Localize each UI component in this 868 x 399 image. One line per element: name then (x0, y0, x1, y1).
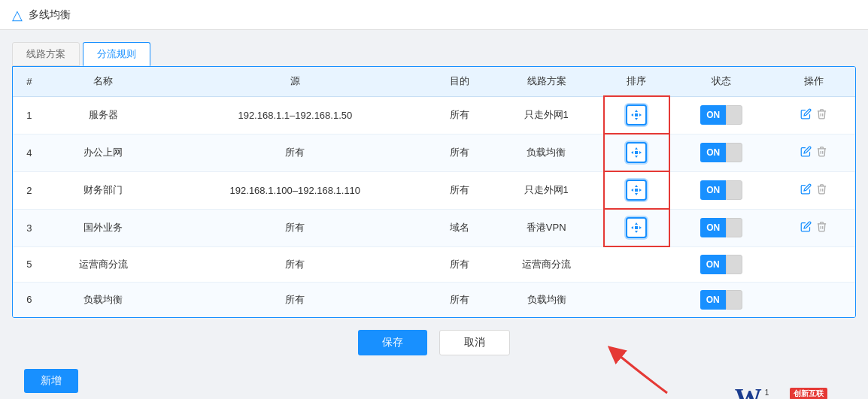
toggle-switch[interactable]: ON (700, 143, 742, 162)
cell-status: ON (669, 246, 773, 282)
edit-button[interactable] (800, 221, 812, 232)
toggle-slider (726, 218, 742, 237)
toggle-slider (726, 105, 742, 125)
cell-name: 办公上网 (46, 134, 161, 171)
cell-rank (604, 282, 669, 317)
col-status: 状态 (669, 67, 773, 96)
cell-dest: 域名 (429, 209, 489, 246)
toggle-slider (726, 143, 742, 162)
cell-source: 所有 (161, 209, 429, 246)
save-button[interactable]: 保存 (358, 330, 427, 355)
cell-ops (773, 246, 855, 282)
cell-name: 负载均衡 (46, 282, 161, 317)
cell-index: 6 (13, 282, 46, 317)
cell-plan: 负载均衡 (489, 282, 604, 317)
drag-icon[interactable] (626, 217, 647, 238)
table-row: 2财务部门192.168.1.100–192.168.1.110所有只走外网1O… (13, 171, 855, 209)
tab-split-rule[interactable]: 分流规则 (83, 42, 150, 66)
bottom-actions: 保存 取消 (12, 318, 856, 363)
cell-index: 3 (13, 209, 46, 246)
tab-line-plan[interactable]: 线路方案 (12, 42, 80, 66)
cell-status: ON (669, 134, 773, 171)
rules-table: # 名称 源 目的 线路方案 排序 状态 操作 1服务器192.168.1.1–… (13, 67, 855, 317)
watermark: W 1 A 创新互联 CHUANG XIN HU LIAN (735, 382, 844, 400)
col-source: 源 (161, 67, 429, 96)
cell-source: 192.168.1.100–192.168.1.110 (161, 171, 429, 209)
toggle-on-label: ON (700, 255, 726, 274)
cell-dest: 所有 (429, 282, 489, 317)
toggle-switch[interactable]: ON (700, 180, 742, 200)
cell-plan: 负载均衡 (489, 134, 604, 171)
cell-status: ON (669, 282, 773, 317)
toggle-switch[interactable]: ON (700, 255, 742, 274)
cell-name: 运营商分流 (46, 246, 161, 282)
cell-source: 所有 (161, 246, 429, 282)
cell-dest: 所有 (429, 96, 489, 134)
toggle-switch[interactable]: ON (700, 290, 742, 310)
drag-icon[interactable] (626, 142, 647, 163)
delete-button[interactable] (816, 221, 827, 232)
cell-rank (604, 209, 669, 246)
toggle-switch[interactable]: ON (700, 105, 742, 125)
drag-icon[interactable] (626, 104, 647, 125)
cell-name: 服务器 (46, 96, 161, 134)
toggle-slider (726, 290, 742, 310)
app-title: 多线均衡 (29, 8, 71, 22)
delete-button[interactable] (816, 183, 827, 195)
watermark-text: 1 A (765, 388, 770, 400)
cell-index: 1 (13, 96, 46, 134)
toggle-on-label: ON (700, 105, 726, 125)
annotation-area: 点击图标拖动顺序 (599, 340, 690, 400)
cell-ops (773, 134, 855, 171)
cell-source: 192.168.1.1–192.168.1.50 (161, 96, 429, 134)
cell-index: 4 (13, 134, 46, 171)
cell-name: 财务部门 (46, 171, 161, 209)
add-button[interactable]: 新增 (24, 369, 78, 393)
table-header-row: # 名称 源 目的 线路方案 排序 状态 操作 (13, 67, 855, 96)
cell-status: ON (669, 96, 773, 134)
cell-rank (604, 134, 669, 171)
col-plan: 线路方案 (489, 67, 604, 96)
watermark-brand: 创新互联 CHUANG XIN HU LIAN (772, 388, 844, 400)
cell-name: 国外业务 (46, 209, 161, 246)
cell-index: 2 (13, 171, 46, 209)
cell-ops (773, 282, 855, 317)
cell-plan: 只走外网1 (489, 96, 604, 134)
arrow-annotation (599, 340, 690, 400)
tabs-bar: 线路方案 分流规则 (12, 42, 856, 66)
footer-area: 新增 点击图标拖动顺序 W 1 A 创新互联 (12, 363, 856, 400)
col-ops: 操作 (773, 67, 855, 96)
cell-ops (773, 171, 855, 209)
cell-status: ON (669, 209, 773, 246)
col-index: # (13, 67, 46, 96)
table-row: 1服务器192.168.1.1–192.168.1.50所有只走外网1ON (13, 96, 855, 134)
cell-dest: 所有 (429, 246, 489, 282)
cell-dest: 所有 (429, 134, 489, 171)
edit-button[interactable] (800, 146, 812, 157)
col-rank: 排序 (604, 67, 669, 96)
edit-button[interactable] (800, 183, 812, 195)
cell-plan: 香港VPN (489, 209, 604, 246)
cell-source: 所有 (161, 134, 429, 171)
table-row: 6负载均衡所有所有负载均衡ON (13, 282, 855, 317)
col-name: 名称 (46, 67, 161, 96)
logo-icon: △ (12, 7, 23, 23)
toggle-on-label: ON (700, 180, 726, 200)
table-row: 3国外业务所有域名香港VPNON (13, 209, 855, 246)
cancel-button[interactable]: 取消 (439, 330, 510, 355)
edit-button[interactable] (800, 108, 812, 119)
table-wrapper: # 名称 源 目的 线路方案 排序 状态 操作 1服务器192.168.1.1–… (12, 66, 856, 318)
toggle-on-label: ON (700, 290, 726, 310)
toggle-switch[interactable]: ON (700, 218, 742, 237)
table-row: 4办公上网所有所有负载均衡ON (13, 134, 855, 171)
cell-ops (773, 96, 855, 134)
toggle-slider (726, 255, 742, 274)
delete-button[interactable] (816, 108, 827, 119)
cell-rank (604, 171, 669, 209)
toggle-on-label: ON (700, 218, 726, 237)
drag-icon[interactable] (626, 180, 647, 201)
cell-index: 5 (13, 246, 46, 282)
cell-plan: 只走外网1 (489, 171, 604, 209)
cell-source: 所有 (161, 282, 429, 317)
delete-button[interactable] (816, 146, 827, 157)
